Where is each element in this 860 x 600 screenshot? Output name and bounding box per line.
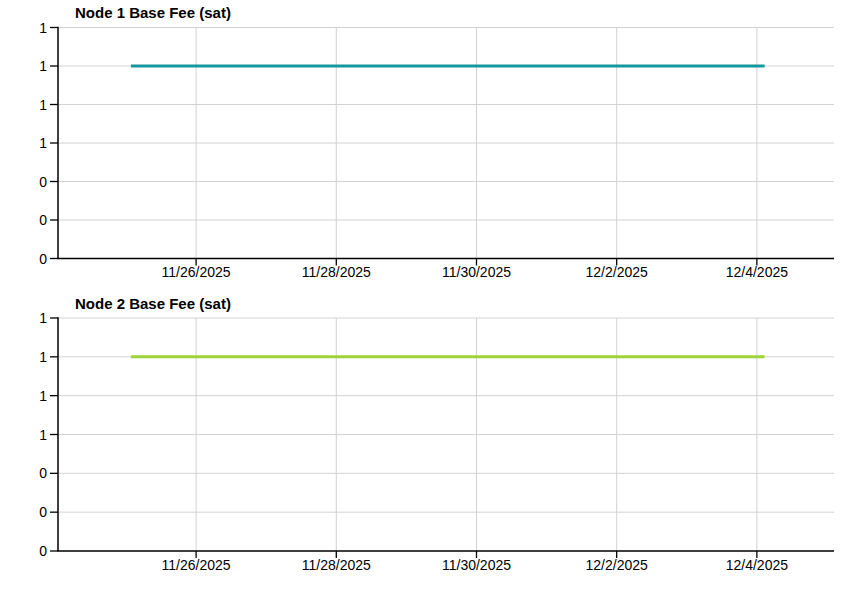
x-tick-label: 11/26/2025 bbox=[162, 557, 231, 573]
y-tick-label: 1 bbox=[39, 349, 47, 365]
y-tick-label: 1 bbox=[39, 58, 47, 74]
node-1-base-fee-chart: Node 1 Base Fee (sat) 111100011/26/20251… bbox=[39, 4, 834, 280]
charts-page: Node 1 Base Fee (sat) 111100011/26/20251… bbox=[0, 0, 860, 600]
x-tick-label: 11/28/2025 bbox=[302, 557, 371, 573]
x-tick-label: 12/2/2025 bbox=[586, 557, 648, 573]
y-tick-label: 0 bbox=[39, 212, 47, 228]
y-tick-label: 1 bbox=[39, 427, 47, 443]
y-tick-label: 1 bbox=[39, 20, 47, 36]
x-tick-label: 11/26/2025 bbox=[162, 264, 231, 280]
y-tick-label: 0 bbox=[39, 251, 47, 267]
y-tick-label: 0 bbox=[39, 174, 47, 190]
chart-title: Node 1 Base Fee (sat) bbox=[75, 4, 231, 21]
x-tick-label: 12/2/2025 bbox=[586, 264, 648, 280]
x-tick-label: 11/28/2025 bbox=[302, 264, 371, 280]
y-tick-label: 1 bbox=[39, 310, 47, 326]
y-tick-label: 0 bbox=[39, 543, 47, 559]
y-tick-label: 1 bbox=[39, 135, 47, 151]
x-tick-label: 12/4/2025 bbox=[726, 557, 788, 573]
y-tick-label: 1 bbox=[39, 97, 47, 113]
charts-canvas: Node 1 Base Fee (sat) 111100011/26/20251… bbox=[0, 0, 860, 600]
node-2-base-fee-chart: Node 2 Base Fee (sat) 111100011/26/20251… bbox=[39, 295, 834, 573]
y-tick-label: 1 bbox=[39, 388, 47, 404]
chart-plot-area: 111100011/26/202511/28/202511/30/202512/… bbox=[39, 20, 834, 281]
x-tick-label: 11/30/2025 bbox=[442, 264, 511, 280]
y-tick-label: 0 bbox=[39, 465, 47, 481]
x-tick-label: 11/30/2025 bbox=[442, 557, 511, 573]
chart-plot-area: 111100011/26/202511/28/202511/30/202512/… bbox=[39, 310, 834, 573]
x-tick-label: 12/4/2025 bbox=[726, 264, 788, 280]
chart-title: Node 2 Base Fee (sat) bbox=[75, 295, 231, 312]
y-tick-label: 0 bbox=[39, 504, 47, 520]
